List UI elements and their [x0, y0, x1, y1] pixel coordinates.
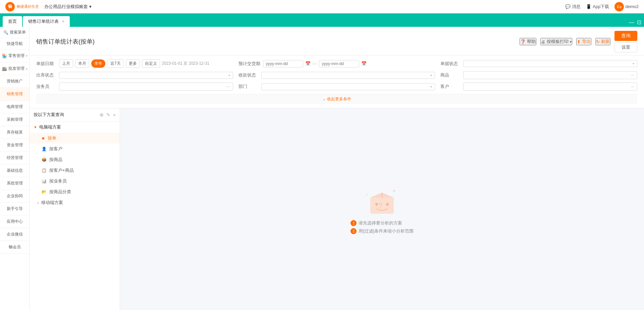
- collapse-bar[interactable]: ⌄ 收起更多条件: [36, 94, 637, 104]
- query-button[interactable]: 查询: [614, 31, 637, 41]
- status-label: 单据状态: [440, 61, 461, 67]
- sidebar-item-enterprise[interactable]: 企业协同: [0, 190, 29, 203]
- customer-more-icon[interactable]: ···: [631, 84, 634, 89]
- sidebar-item-wholesale[interactable]: 🏬 批发管理 ▴: [0, 62, 29, 75]
- calendar-to-icon[interactable]: 📅: [361, 61, 367, 66]
- desktop-group-header[interactable]: ▼ 电脑端方案: [30, 121, 120, 133]
- refresh-button[interactable]: ↻ 刷新: [595, 38, 610, 45]
- salesperson-select[interactable]: ···: [59, 83, 233, 91]
- date-separator: —: [313, 61, 317, 66]
- sidebar: 🔍 搜索菜单 快捷导航 🏪 零售管理 ▾ 🏬 批发管理 ▴ 营销推广 销售管理 …: [0, 27, 30, 310]
- page-title: 销售订单统计表(按单): [36, 38, 95, 46]
- sidebar-item-system[interactable]: 系统管理: [0, 177, 29, 190]
- sidebar-item-basic[interactable]: 基础信息: [0, 164, 29, 177]
- sidebar-item-member[interactable]: 畅会员: [0, 241, 29, 254]
- tab-restore-icon[interactable]: ⊡: [637, 19, 641, 25]
- date-btn-custom[interactable]: 自定义: [142, 59, 160, 68]
- scheme-item-by-order[interactable]: ● 按单: [30, 133, 120, 144]
- by-goods-icon: 📦: [42, 157, 47, 162]
- tab-sales-order-stats[interactable]: 销售订单统计表 ×: [23, 16, 70, 27]
- mobile-group-header[interactable]: ▸ 移动端方案: [30, 197, 120, 208]
- sidebar-item-ecommerce[interactable]: 电商管理: [0, 101, 29, 113]
- app-download-button[interactable]: 📱 App下载: [586, 4, 609, 10]
- salesperson-more-icon[interactable]: ···: [227, 84, 230, 89]
- tip-num-1: 1: [351, 220, 357, 226]
- system-label: 系统管理: [7, 180, 23, 186]
- collection-arrow-icon: ▾: [430, 73, 432, 77]
- date-btn-last-month[interactable]: 上月: [59, 59, 73, 68]
- filter-group-delivery: 预计交货期 📅 — 📅: [238, 60, 435, 67]
- print-icon: 🖨: [541, 39, 545, 44]
- left-panel-title: 按以下方案查询: [34, 112, 64, 118]
- sidebar-item-sales[interactable]: 销售管理: [0, 88, 29, 101]
- status-select-arrow-icon: ▾: [633, 62, 634, 65]
- department-select[interactable]: ▾: [261, 83, 435, 90]
- sidebar-item-marketing[interactable]: 营销推广: [0, 75, 29, 88]
- date-btn-this-month[interactable]: 本月: [75, 59, 89, 68]
- sidebar-item-inventory[interactable]: 库存核算: [0, 126, 29, 139]
- messages-button[interactable]: 💬 消息: [565, 4, 581, 10]
- collapse-panel-button[interactable]: «: [113, 112, 116, 117]
- mobile-group-arrow-icon: ▸: [38, 201, 39, 205]
- collection-select[interactable]: ▾: [261, 72, 435, 79]
- operations-label: 经营管理: [7, 155, 23, 161]
- print-button[interactable]: 🖨 按模板打印 ▾: [540, 38, 572, 45]
- customer-select[interactable]: ···: [463, 83, 637, 91]
- by-salesperson-icon: 📊: [42, 179, 47, 184]
- sidebar-item-wechat[interactable]: 企业微信: [0, 228, 29, 241]
- delivery-date-from[interactable]: [263, 60, 303, 67]
- sidebar-item-finance[interactable]: 资金管理: [0, 139, 29, 152]
- sidebar-item-retail[interactable]: 🏪 零售管理 ▾: [0, 50, 29, 62]
- add-scheme-button[interactable]: ⊕: [100, 112, 104, 117]
- goods-select[interactable]: ···: [463, 71, 637, 79]
- by-category-label: 按商品分类: [49, 189, 71, 195]
- company-selector[interactable]: 办公用品行业模拟账套 ▾: [42, 2, 94, 11]
- tab-minimize-icon[interactable]: —: [629, 19, 634, 25]
- sidebar-item-purchase[interactable]: 采购管理: [0, 113, 29, 126]
- help-label: 帮助: [527, 39, 536, 45]
- empty-illustration: ? ✦ ✦ ·: [362, 183, 402, 216]
- logo-text: 畅捷通好生意: [17, 4, 39, 9]
- date-btn-7days[interactable]: 近7天: [107, 59, 124, 68]
- export-icon: ⬆: [577, 39, 581, 44]
- app-icon: 📱: [586, 4, 591, 9]
- sidebar-item-guide[interactable]: 新手引导: [0, 203, 29, 215]
- sidebar-item-quick-nav[interactable]: 快捷导航: [0, 38, 29, 50]
- customer-label: 客户: [440, 84, 461, 90]
- status-select[interactable]: ▾: [463, 60, 637, 67]
- filter-group-department: 部门 ▾: [238, 83, 435, 90]
- date-label: 单据日期: [36, 61, 56, 67]
- settings-button[interactable]: 设置: [614, 42, 637, 52]
- scheme-item-by-category[interactable]: 📂 按商品分类: [30, 187, 120, 197]
- scheme-item-by-customer-goods[interactable]: 📋 按客户+商品: [30, 165, 120, 176]
- delivery-date-to[interactable]: [319, 60, 359, 67]
- tip-num-2: 2: [351, 228, 357, 234]
- filter-group-collection: 收款状态 ▾: [238, 72, 435, 79]
- sidebar-item-operations[interactable]: 经营管理: [0, 152, 29, 164]
- scheme-item-by-goods[interactable]: 📦 按商品: [30, 154, 120, 165]
- edit-scheme-button[interactable]: ✎: [106, 112, 110, 117]
- calendar-from-icon[interactable]: 📅: [305, 61, 311, 66]
- tip-text-1: 请先选择要分析的方案: [359, 220, 402, 226]
- sidebar-item-apps[interactable]: 应用中心: [0, 215, 29, 228]
- by-order-bullet-icon: ●: [42, 135, 45, 141]
- date-btn-more[interactable]: 更多: [126, 59, 140, 68]
- scheme-item-by-salesperson[interactable]: 📊 按业务员: [30, 176, 120, 187]
- export-button[interactable]: ⬆ 导出: [576, 38, 591, 45]
- tab-close-icon[interactable]: ×: [62, 19, 64, 24]
- refresh-icon: ↻: [596, 39, 600, 44]
- help-button[interactable]: ❓ 帮助: [520, 38, 536, 45]
- scheme-item-by-customer[interactable]: 👤 按客户: [30, 144, 120, 154]
- shipment-select[interactable]: ▾: [59, 72, 233, 79]
- export-label: 导出: [582, 39, 591, 45]
- desktop-group-expand-icon: ▼: [34, 125, 37, 129]
- goods-more-icon[interactable]: ···: [631, 73, 634, 78]
- messages-label: 消息: [572, 4, 581, 10]
- wholesale-expand-icon: ▴: [26, 67, 28, 70]
- sidebar-search[interactable]: 🔍 搜索菜单: [0, 27, 29, 38]
- filter-section: 单据日期 上月 本月 本年 近7天 更多 自定义 2023-01-01 至 20…: [30, 55, 644, 108]
- user-area[interactable]: Ea demo2: [614, 2, 639, 11]
- tab-home[interactable]: 首页: [3, 16, 22, 27]
- date-btn-this-year[interactable]: 本年: [91, 59, 105, 68]
- delivery-label: 预计交货期: [238, 61, 260, 67]
